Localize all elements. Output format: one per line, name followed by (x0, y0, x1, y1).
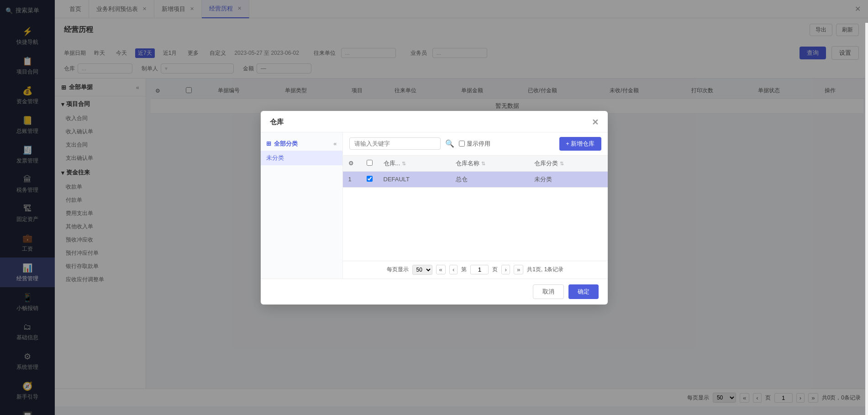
show-disabled-text: 显示停用 (467, 140, 490, 148)
modal-search-input[interactable] (349, 137, 441, 150)
modal-row-num: 1 (343, 171, 361, 187)
modal-tree: ⊞ 全部分类 « 未分类 (261, 132, 343, 278)
modal-col-name: 仓库名称 ⇅ (450, 156, 529, 172)
add-warehouse-button[interactable]: + 新增仓库 (559, 137, 601, 151)
modal-col-category: 仓库分类 ⇅ (529, 156, 607, 172)
modal-row-checkbox[interactable] (361, 171, 378, 187)
show-disabled-label[interactable]: 显示停用 (459, 140, 490, 148)
modal-page-last-btn[interactable]: » (514, 265, 523, 274)
modal-select-all[interactable] (367, 160, 373, 166)
modal-page-input[interactable] (470, 265, 489, 274)
modal-search-button[interactable]: 🔍 (445, 139, 454, 148)
modal-page-first-btn[interactable]: « (436, 265, 446, 274)
sort-icon-name[interactable]: ⇅ (481, 161, 485, 166)
modal-tree-unclassified[interactable]: 未分类 (261, 151, 342, 165)
modal-page-size-label: 每页显示 (387, 266, 409, 273)
modal-table: ⚙ 仓库... ⇅ 仓库名称 ⇅ 仓库分类 ⇅ 1 DEFA (343, 156, 608, 261)
modal-header: 仓库 ✕ (261, 111, 608, 132)
modal-page-suffix: 页 (492, 266, 498, 273)
modal-content-area: 🔍 显示停用 + 新增仓库 ⚙ 仓库... ⇅ (343, 132, 608, 278)
modal-close-btn[interactable]: ✕ (592, 117, 599, 127)
modal-footer: 取消 确定 (261, 278, 608, 305)
modal-col-code: 仓库... ⇅ (378, 156, 451, 172)
modal-confirm-button[interactable]: 确定 (568, 284, 599, 299)
modal-page-prev-btn[interactable]: ‹ (449, 265, 458, 274)
modal-pagination: 每页显示 50 « ‹ 第 页 › » 共1页, 1条记录 (343, 261, 608, 278)
grid-icon-modal: ⊞ (266, 140, 271, 147)
modal-tree-all-label: 全部分类 (274, 140, 298, 148)
modal-col-checkbox[interactable] (361, 156, 378, 172)
modal-tree-unclassified-label: 未分类 (266, 154, 284, 161)
modal-table-row[interactable]: 1 DEFAULT 总仓 未分类 (343, 171, 608, 187)
modal-title: 仓库 (270, 118, 284, 126)
modal-total-info: 共1页, 1条记录 (527, 266, 563, 273)
modal-page-label: 第 (461, 266, 467, 273)
modal-tree-all[interactable]: ⊞ 全部分类 « (261, 137, 342, 151)
modal-row-check[interactable] (367, 176, 373, 182)
sort-icon-code[interactable]: ⇅ (402, 161, 406, 166)
modal-row-category: 未分类 (529, 171, 607, 187)
modal-row-name: 总仓 (450, 171, 529, 187)
modal-toolbar: 🔍 显示停用 + 新增仓库 (343, 132, 608, 156)
modal-body: ⊞ 全部分类 « 未分类 🔍 显示停用 (261, 132, 608, 278)
modal-page-size-select[interactable]: 50 (412, 265, 432, 275)
collapse-modal-icon[interactable]: « (333, 140, 337, 147)
modal-cancel-button[interactable]: 取消 (533, 284, 564, 299)
modal-overlay[interactable]: 仓库 ✕ ⊞ 全部分类 « 未分类 (0, 0, 868, 415)
modal-page-next-btn[interactable]: › (501, 265, 510, 274)
sort-icon-category[interactable]: ⇅ (560, 161, 564, 166)
modal-warehouse: 仓库 ✕ ⊞ 全部分类 « 未分类 (261, 111, 608, 305)
modal-row-code: DEFAULT (378, 171, 451, 187)
show-disabled-checkbox[interactable] (459, 141, 465, 147)
modal-col-settings[interactable]: ⚙ (343, 156, 361, 172)
